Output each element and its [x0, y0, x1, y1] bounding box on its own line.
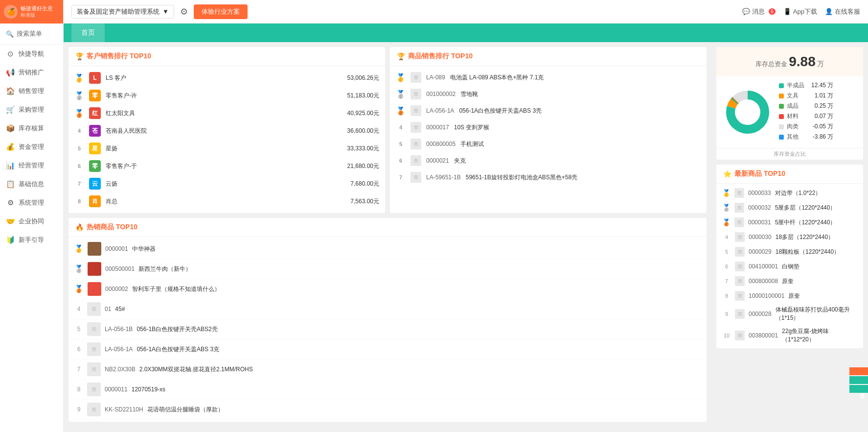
rank-number: 8: [74, 196, 84, 206]
customer-name: 零售客户-许: [106, 92, 343, 100]
list-item: 🥇 0000001 中华神器: [69, 239, 707, 259]
list-item: 6 图 LA-056-1A 056-1A白色按键开关盖ABS 3克: [69, 339, 707, 360]
right-panel: 库存总资金 9.88 万 半成品12.45 万文具1.01 万: [711, 42, 868, 432]
product-code: LA-59651-1B: [426, 174, 461, 181]
tab-home[interactable]: 首页: [71, 24, 105, 42]
nav-icon-quick-nav: ⊙: [6, 49, 15, 58]
nav-label-basic-info: 基础信息: [19, 180, 44, 189]
product-image: 图: [411, 139, 421, 149]
product-image: 图: [411, 155, 421, 166]
sidebar-item-quick-nav[interactable]: ⊙快捷导航: [0, 45, 63, 63]
list-item: 10 图 003800001 22g鱼豆腐-烧烤味（1*12*20）: [716, 325, 863, 346]
rank-number: 5: [74, 144, 84, 153]
trial-button[interactable]: 体验行业方案: [194, 4, 248, 19]
list-item: 🥈 图 001000002 雪地靴: [390, 86, 707, 102]
hot-product-code: 0000002: [105, 286, 128, 292]
hot-product-name: 45#: [115, 306, 701, 312]
list-item: 8 图 10000100001 原奎: [716, 288, 863, 303]
customer-badge: 云: [89, 178, 101, 190]
inventory-unit: 万: [817, 60, 824, 68]
support-community-button[interactable]: 服务社区: [849, 376, 868, 384]
customer-badge: 星: [89, 143, 101, 154]
medal-icon: 🥈: [74, 91, 84, 100]
message-button[interactable]: 💬 消息 6: [742, 7, 776, 16]
list-item: 7 图 NB2.0X30B 2.0X30MM双搓花轴.搓花直径2.1MM/ROH…: [69, 360, 707, 380]
rank-number: 8: [722, 291, 731, 300]
support-hotline-button[interactable]: 客服热线: [849, 367, 868, 375]
rank-number: 5: [722, 247, 731, 256]
sidebar-item-purchase[interactable]: 🛒采购管理: [0, 100, 63, 119]
new-product-name: 18颗粒板（1220*2440）: [776, 248, 840, 256]
medal-icon: 🥉: [74, 109, 84, 118]
list-item: 🥉 图 0000031 5厘中纤（1220*2440）: [716, 215, 863, 230]
sidebar-item-inventory[interactable]: 📦库存核算: [0, 119, 63, 138]
page-tabs: 首页: [64, 24, 868, 42]
product-name: 手机测试: [460, 140, 701, 148]
hot-product-name: 花语萌侣温分腿睡袋（厚款）: [147, 406, 701, 414]
list-item: 6 图 0000021 夹克: [390, 152, 707, 169]
new-product-name: 原奎: [788, 292, 800, 300]
hot-product-image: 图: [87, 383, 101, 396]
sidebar-item-guide[interactable]: 🔰新手引导: [0, 231, 63, 249]
hot-product-image: [88, 282, 101, 296]
sidebar-item-system[interactable]: ⚙系统管理: [0, 193, 63, 212]
medal-icon: 🥉: [722, 218, 731, 226]
medal-icon: 🥈: [722, 204, 731, 212]
rank-number: 5: [396, 139, 406, 149]
product-code: LA-056-1A: [426, 107, 454, 114]
product-image: 图: [411, 105, 421, 116]
hot-product-code: 000500001: [105, 265, 135, 272]
sidebar-item-marketing[interactable]: 📢营销推广: [0, 63, 63, 82]
product-code: 0000017: [426, 124, 449, 131]
sidebar-item-sales[interactable]: 🏠销售管理: [0, 82, 63, 100]
medal-icon: 🥉: [74, 285, 84, 293]
nav-icon-guide: 🔰: [6, 236, 15, 244]
support-panel: 客服热线 服务社区 直播: [849, 367, 868, 393]
list-item: 🥉 红 红太阳文具 40,925.00元: [69, 104, 385, 122]
product-rank-header: 🏆 商品销售排行 TOP10: [390, 47, 707, 66]
svg-point-5: [735, 100, 760, 124]
new-product-code: 0000028: [749, 311, 772, 317]
sidebar-item-enterprise[interactable]: 🤝企业协同: [0, 212, 63, 231]
product-code: 000800005: [426, 141, 456, 147]
system-name: 装备及固定资产辅助管理系统: [77, 7, 160, 16]
sidebar-item-finance[interactable]: 💰资金管理: [0, 138, 63, 156]
new-product-image: 图: [735, 232, 745, 242]
legend-label: 肉类: [787, 122, 806, 131]
online-service-button[interactable]: 👤 在线客服: [825, 7, 860, 16]
nav-icon-sales: 🏠: [6, 87, 15, 96]
legend-color: [779, 94, 784, 98]
customer-badge: 零: [89, 160, 101, 172]
legend-label: 其他: [787, 133, 806, 141]
nav-label-finance: 资金管理: [19, 143, 44, 151]
customer-amount: 7,563.00元: [350, 197, 379, 206]
new-product-name: 22g鱼豆腐-烧烤味（1*12*20）: [782, 327, 857, 344]
hot-product-image: 图: [87, 403, 101, 416]
customer-rank-header: 🏆 客户销售排行 TOP10: [69, 47, 385, 66]
product-name: 10S 变刹罗猴: [454, 123, 701, 132]
legend-color: [779, 135, 784, 140]
product-rank-list: 🥇 图 LA-089 电池盖 LA-089 ABS本色+黑种 7.1克 🥈 图 …: [390, 66, 707, 189]
list-item: 🥇 图 0000033 对边带（1.0*22）: [716, 186, 863, 200]
hot-product-name: 2.0X30MM双搓花轴.搓花直径2.1MM/ROHS: [139, 365, 701, 374]
sidebar-item-operations[interactable]: 📊经营管理: [0, 156, 63, 175]
product-code: 0000021: [426, 157, 449, 164]
nav-icon-basic-info: 📋: [6, 180, 15, 189]
hot-products-title: 热销商品 TOP10: [87, 223, 137, 232]
new-product-code: 004100001: [749, 263, 778, 270]
top-header: 装备及固定资产辅助管理系统 ▼ ⚙ 体验行业方案 💬 消息 6 📱 App下载 …: [64, 0, 868, 24]
new-product-image: 图: [734, 188, 744, 198]
app-download-button[interactable]: 📱 App下载: [783, 7, 817, 16]
product-code: 001000002: [426, 91, 456, 97]
search-menu-button[interactable]: 🔍 搜索菜单: [4, 27, 59, 40]
support-live-button[interactable]: 直播: [849, 385, 868, 393]
rank-number: 6: [74, 346, 83, 353]
new-product-name: 5厘中纤（1220*2440）: [775, 218, 836, 227]
hot-product-image: 图: [87, 322, 101, 336]
settings-button[interactable]: ⚙: [180, 6, 188, 17]
list-item: 🥇 L LS 客户 53,006.26元: [69, 69, 385, 87]
sidebar-item-basic-info[interactable]: 📋基础信息: [0, 175, 63, 193]
inventory-total: 库存总资金 9.88 万: [716, 47, 863, 76]
system-selector[interactable]: 装备及固定资产辅助管理系统 ▼: [71, 5, 174, 19]
hot-product-code: 0000001: [105, 245, 128, 252]
